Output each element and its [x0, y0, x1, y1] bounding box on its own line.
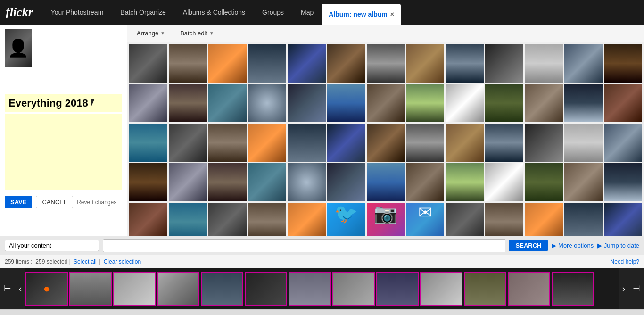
photo-cell[interactable]	[248, 163, 286, 201]
filmstrip-next[interactable]: ›	[619, 268, 629, 309]
scroll-bar[interactable]	[0, 309, 644, 315]
clear-selection-link[interactable]: Clear selection	[104, 258, 141, 265]
film-thumb[interactable]	[420, 272, 462, 306]
photo-cell[interactable]	[208, 84, 247, 122]
photo-cell[interactable]	[327, 163, 365, 201]
film-thumb[interactable]	[245, 272, 287, 306]
film-thumb[interactable]	[464, 272, 506, 306]
film-thumb[interactable]	[113, 272, 156, 306]
film-thumb[interactable]	[376, 272, 419, 306]
film-thumb[interactable]	[69, 272, 112, 306]
film-thumb[interactable]	[508, 272, 550, 306]
photo-cell[interactable]	[208, 203, 247, 236]
save-button[interactable]: SAVE	[5, 196, 32, 208]
select-all-link[interactable]: Select all	[74, 258, 97, 265]
photo-cell[interactable]	[129, 203, 167, 236]
photo-cell[interactable]	[208, 163, 247, 201]
photo-cell[interactable]	[327, 84, 365, 122]
photo-cell[interactable]	[446, 124, 484, 162]
photo-cell[interactable]	[129, 124, 167, 162]
photo-cell[interactable]	[485, 203, 523, 236]
filmstrip-prev[interactable]: ‹	[15, 268, 25, 309]
filmstrip-next-end[interactable]: ⊣	[629, 268, 644, 309]
photo-cell[interactable]	[604, 84, 642, 122]
photo-cell[interactable]	[248, 203, 286, 236]
photo-cell[interactable]	[485, 44, 523, 83]
revert-changes-link[interactable]: Revert changes	[77, 199, 116, 206]
photo-cell[interactable]: 🐦	[327, 203, 365, 236]
photo-grid-container[interactable]: 🐦📷✉	[127, 42, 644, 236]
photo-cell[interactable]	[525, 44, 563, 83]
photo-cell[interactable]	[288, 203, 326, 236]
photo-cell[interactable]	[169, 163, 207, 201]
photo-cell[interactable]	[129, 44, 167, 83]
photo-cell[interactable]	[248, 84, 286, 122]
film-thumb[interactable]	[157, 272, 199, 306]
film-thumb[interactable]	[289, 272, 331, 306]
photo-cell[interactable]	[604, 124, 642, 162]
film-thumb[interactable]	[332, 272, 375, 306]
photo-cell[interactable]	[604, 44, 642, 83]
photo-cell[interactable]	[406, 124, 444, 162]
photo-cell[interactable]	[288, 163, 326, 201]
active-album-tab[interactable]: Album: new album ×	[322, 4, 401, 25]
photo-cell[interactable]	[248, 44, 286, 83]
film-thumb[interactable]	[201, 272, 243, 306]
search-input[interactable]	[103, 239, 505, 252]
photo-cell[interactable]	[406, 44, 444, 83]
film-thumb[interactable]	[552, 272, 594, 306]
photo-cell[interactable]	[525, 84, 563, 122]
batch-edit-button[interactable]: Batch edit ▼	[176, 28, 218, 39]
photo-cell[interactable]	[525, 203, 563, 236]
photo-cell[interactable]	[169, 203, 207, 236]
filmstrip-prev-start[interactable]: ⊢	[0, 268, 15, 309]
photo-cell[interactable]	[564, 163, 603, 201]
photo-cell[interactable]	[367, 84, 405, 122]
photo-cell[interactable]	[485, 124, 523, 162]
photo-cell[interactable]: ✉	[406, 203, 444, 236]
nav-map[interactable]: Map	[292, 0, 322, 25]
photo-cell[interactable]	[367, 44, 405, 83]
photo-cell[interactable]	[169, 44, 207, 83]
photo-cell[interactable]	[406, 84, 444, 122]
photo-cell[interactable]	[446, 84, 484, 122]
photo-cell[interactable]	[327, 124, 365, 162]
photo-cell[interactable]	[446, 203, 484, 236]
album-title[interactable]: Everything 2018	[5, 94, 122, 112]
photo-cell[interactable]	[485, 84, 523, 122]
photo-cell[interactable]	[604, 163, 642, 201]
photo-cell[interactable]	[248, 124, 286, 162]
photo-cell[interactable]	[208, 124, 247, 162]
film-thumb[interactable]: ●	[25, 272, 68, 306]
jump-to-date-link[interactable]: ▶ Jump to date	[597, 242, 639, 249]
nav-photostream[interactable]: Your Photostream	[42, 0, 112, 25]
photo-cell[interactable]	[367, 124, 405, 162]
photo-cell[interactable]	[288, 44, 326, 83]
photo-cell[interactable]	[169, 124, 207, 162]
album-description-input[interactable]	[5, 114, 122, 190]
photo-cell[interactable]	[288, 84, 326, 122]
photo-cell[interactable]	[367, 163, 405, 201]
photo-cell[interactable]	[564, 44, 603, 83]
need-help-link[interactable]: Need help?	[611, 258, 639, 265]
photo-cell[interactable]	[485, 163, 523, 201]
photo-cell[interactable]	[446, 163, 484, 201]
photo-cell[interactable]	[564, 124, 603, 162]
photo-cell[interactable]	[564, 84, 603, 122]
cancel-button[interactable]: CANCEL	[36, 196, 73, 208]
search-button[interactable]: SEARCH	[509, 240, 548, 251]
photo-cell[interactable]	[604, 203, 642, 236]
more-options-link[interactable]: ▶ More options	[552, 242, 594, 249]
photo-cell[interactable]	[446, 44, 484, 83]
photo-cell[interactable]	[288, 124, 326, 162]
photo-cell[interactable]	[525, 124, 563, 162]
photo-cell[interactable]	[129, 163, 167, 201]
content-select[interactable]: All your content	[5, 240, 99, 251]
photo-cell[interactable]: 📷	[367, 203, 405, 236]
photo-cell[interactable]	[406, 163, 444, 201]
photo-cell[interactable]	[564, 203, 603, 236]
photo-cell[interactable]	[169, 84, 207, 122]
nav-albums-collections[interactable]: Albums & Collections	[174, 0, 254, 25]
photo-cell[interactable]	[129, 84, 167, 122]
photo-cell[interactable]	[327, 44, 365, 83]
